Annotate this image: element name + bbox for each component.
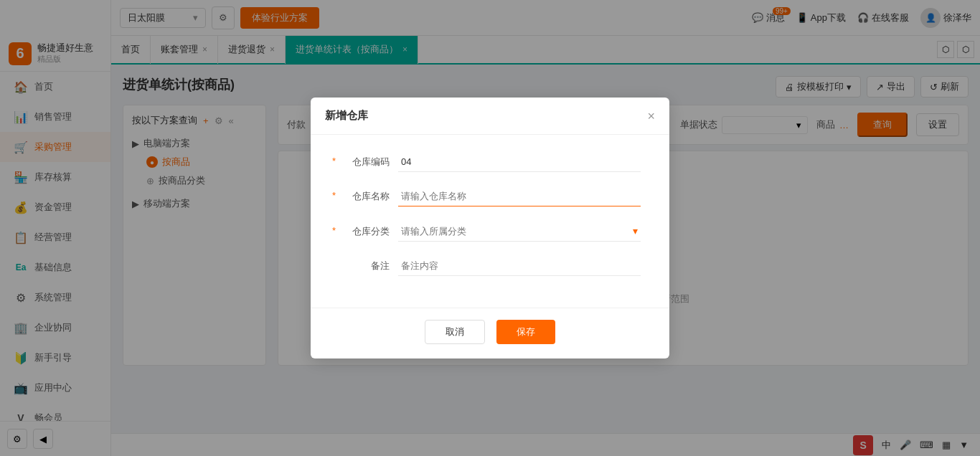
dialog-title: 新增仓库 [325, 109, 368, 123]
form-row-category: 仓库分类 ▾ [339, 221, 641, 242]
code-input[interactable] [398, 152, 641, 172]
dialog-close-btn[interactable]: × [647, 110, 655, 123]
category-input[interactable] [401, 226, 633, 237]
form-row-name: 仓库名称 [339, 186, 641, 206]
note-label: 备注 [339, 260, 390, 272]
dialog-header: 新增仓库 × [311, 98, 669, 135]
note-input[interactable] [398, 256, 641, 276]
save-button[interactable]: 保存 [496, 320, 555, 344]
new-warehouse-dialog: 新增仓库 × 仓库编码 仓库名称 仓库分类 ▾ [311, 98, 669, 358]
dialog-footer: 取消 保存 [311, 308, 669, 358]
code-label: 仓库编码 [339, 156, 390, 168]
category-label: 仓库分类 [339, 225, 390, 238]
name-input[interactable] [398, 186, 641, 206]
modal-overlay[interactable]: 新增仓库 × 仓库编码 仓库名称 仓库分类 ▾ [0, 0, 980, 456]
name-label: 仓库名称 [339, 190, 390, 203]
category-dropdown-icon: ▾ [633, 225, 638, 237]
dialog-body: 仓库编码 仓库名称 仓库分类 ▾ 备注 [311, 135, 669, 308]
form-row-code: 仓库编码 [339, 152, 641, 172]
form-row-note: 备注 [339, 256, 641, 276]
cancel-button[interactable]: 取消 [425, 320, 485, 344]
category-select[interactable]: ▾ [398, 221, 641, 242]
